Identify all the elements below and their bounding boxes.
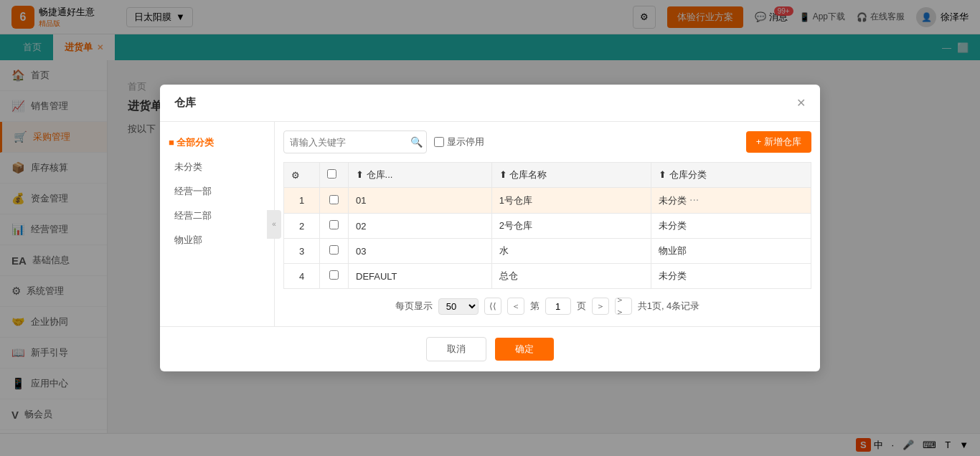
cancel-button[interactable]: 取消	[426, 337, 486, 361]
table-row: 3 03 水 物业部	[284, 239, 811, 264]
category-all[interactable]: ■ 全部分类	[160, 130, 274, 155]
modal-overlay: 仓库 ✕ ■ 全部分类 未分类 经营一部	[108, 60, 980, 456]
row-index: 4	[284, 264, 320, 289]
table-header-row: ⚙ ⬆ 仓库... ⬆ 仓库名称 ⬆ 仓库分类	[284, 163, 811, 188]
table-row: 2 02 2号仓库 未分类	[284, 214, 811, 239]
next-page-icon: ＞	[596, 300, 605, 313]
category-panel: ■ 全部分类 未分类 经营一部 经营二部 物业部	[160, 122, 275, 326]
page-number-input[interactable]	[545, 298, 571, 315]
table-row: 1 01 1号仓库 未分类 ···	[284, 188, 811, 214]
category-all-label: ■ 全部分类	[169, 136, 214, 149]
row-check[interactable]	[320, 188, 349, 214]
modal-header: 仓库 ✕	[160, 85, 820, 122]
row-index: 1	[284, 188, 320, 214]
add-warehouse-button[interactable]: + 新增仓库	[746, 131, 811, 153]
per-page-select[interactable]: 50 100 200	[438, 298, 479, 315]
modal-title: 仓库	[174, 96, 196, 110]
content-panel: 🔍 显示停用 + 新增仓库 ⚙	[275, 122, 820, 326]
modal-close-button[interactable]: ✕	[796, 96, 806, 110]
search-icon: 🔍	[410, 136, 423, 148]
row-check[interactable]	[320, 264, 349, 289]
search-input[interactable]	[290, 137, 410, 148]
show-disabled-checkbox[interactable]	[434, 137, 444, 147]
col-header-category: ⬆ 仓库分类	[651, 163, 811, 188]
sort-icon2: ⬆	[499, 169, 507, 180]
category-item-property[interactable]: 物业部	[160, 228, 274, 252]
row-category: 未分类	[651, 264, 811, 289]
col-header-check	[320, 163, 349, 188]
modal-footer: 取消 确定	[160, 326, 820, 371]
prev-page-icon: ＜	[512, 300, 520, 313]
col-header-name: ⬆ 仓库名称	[491, 163, 651, 188]
sort-icon: ⬆	[356, 169, 364, 180]
row-checkbox[interactable]	[329, 245, 339, 255]
row-name: 总仓	[491, 264, 651, 289]
category-item-ops2-label: 经营二部	[174, 210, 212, 221]
row-check[interactable]	[320, 239, 349, 264]
show-disabled-wrap: 显示停用	[434, 136, 484, 148]
row-checkbox[interactable]	[329, 195, 339, 204]
row-check[interactable]	[320, 214, 349, 239]
select-all-checkbox[interactable]	[327, 169, 336, 179]
main-content: 首页 进货单 按以下 仓库 ✕ ■ 全部分类	[108, 60, 980, 456]
search-input-wrap: 🔍	[283, 130, 427, 153]
modal-body: ■ 全部分类 未分类 经营一部 经营二部 物业部	[160, 122, 820, 326]
row-category: 未分类 ···	[651, 188, 811, 214]
col-header-gear: ⚙	[284, 163, 320, 188]
sort-icon3: ⬆	[659, 169, 666, 180]
next-page-button[interactable]: ＞	[592, 298, 609, 315]
row-name: 1号仓库	[491, 188, 651, 214]
category-collapse-arrow[interactable]: «	[267, 210, 281, 239]
row-category: 物业部	[651, 239, 811, 264]
show-disabled-label: 显示停用	[447, 136, 484, 148]
per-page-label: 每页显示	[395, 300, 433, 313]
row-checkbox[interactable]	[329, 270, 339, 280]
category-item-ops1-label: 经营一部	[174, 186, 212, 196]
row-index: 3	[284, 239, 320, 264]
warehouse-table: ⚙ ⬆ 仓库... ⬆ 仓库名称 ⬆ 仓库分类	[283, 162, 811, 289]
row-category: 未分类	[651, 214, 811, 239]
row-code: 02	[349, 214, 492, 239]
category-item-property-label: 物业部	[174, 234, 202, 245]
row-code: 03	[349, 239, 492, 264]
category-item-unclassified-label: 未分类	[174, 161, 202, 172]
last-page-icon: ＞＞	[616, 294, 631, 318]
col-header-code: ⬆ 仓库...	[349, 163, 492, 188]
page-suffix-label: 页	[577, 300, 586, 313]
row-checkbox[interactable]	[329, 220, 339, 229]
total-records-label: 共1页, 4条记录	[638, 300, 700, 313]
row-code: DEFAULT	[349, 264, 492, 289]
category-item-ops1[interactable]: 经营一部	[160, 179, 274, 204]
first-page-button[interactable]: ⟨⟨	[484, 298, 501, 315]
row-index: 2	[284, 214, 320, 239]
modal-toolbar: 🔍 显示停用 + 新增仓库	[283, 130, 811, 153]
row-name: 水	[491, 239, 651, 264]
table-row: 4 DEFAULT 总仓 未分类	[284, 264, 811, 289]
confirm-button[interactable]: 确定	[495, 338, 554, 361]
row-name: 2号仓库	[491, 214, 651, 239]
pagination-area: 每页显示 50 100 200 ⟨⟨ ＜	[283, 289, 811, 318]
last-page-button[interactable]: ＞＞	[615, 298, 632, 315]
category-item-ops2[interactable]: 经营二部	[160, 204, 274, 228]
main-layout: 🏠 首页 📈 销售管理 🛒 采购管理 📦 库存核算 💰 资金管理 📊 经营管理 …	[0, 60, 980, 456]
row-code: 01	[349, 188, 492, 214]
page-prefix-label: 第	[530, 300, 540, 313]
warehouse-modal: 仓库 ✕ ■ 全部分类 未分类 经营一部	[160, 85, 820, 371]
row-actions[interactable]: ···	[689, 194, 699, 206]
first-page-icon: ⟨⟨	[489, 301, 496, 311]
category-item-unclassified[interactable]: 未分类	[160, 155, 274, 179]
prev-page-button[interactable]: ＜	[507, 298, 524, 315]
